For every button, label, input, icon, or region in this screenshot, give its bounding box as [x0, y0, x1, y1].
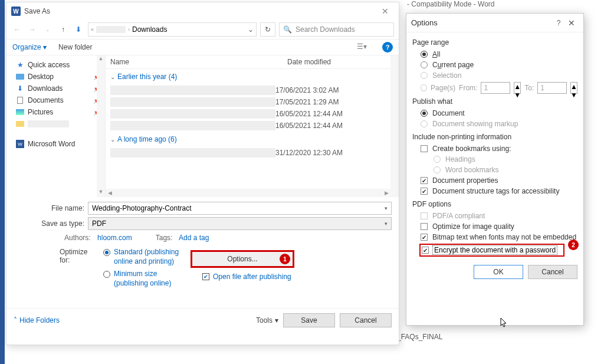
options-title: Options	[411, 18, 553, 27]
optimize-standard[interactable]: Standard (publishing online and printing…	[103, 248, 191, 266]
ok-button[interactable]: OK	[474, 265, 523, 279]
tags-value[interactable]: Add a tag	[179, 234, 209, 242]
file-row[interactable]: 31/12/2020 12:30 AM	[106, 147, 399, 159]
radio-icon	[434, 156, 441, 163]
chevron-down-icon[interactable]: ⌄	[42, 24, 54, 35]
radio-current-page[interactable]: Current page	[412, 60, 577, 70]
pictures-icon	[16, 108, 24, 116]
col-modified[interactable]: Date modified	[287, 58, 331, 66]
help-icon[interactable]: ?	[553, 19, 564, 27]
from-input: 1	[481, 82, 510, 94]
filename-input[interactable]: Wedding-Photography-Contract▾	[88, 202, 392, 215]
checkbox-icon	[421, 145, 428, 152]
navigation-pane: ★ Quick access Desktop📌 Downloads📌 Docum…	[6, 55, 106, 197]
organize-menu[interactable]: Organize ▾	[12, 43, 47, 51]
nav-pictures[interactable]: Pictures📌	[8, 106, 104, 118]
address-dropdown-icon[interactable]: ⌄	[248, 25, 254, 34]
save-button[interactable]: Save	[283, 313, 335, 327]
to-label: To:	[524, 84, 534, 92]
address-bar[interactable]: « › Downloads ⌄	[88, 22, 257, 37]
back-icon[interactable]: ←	[11, 24, 23, 35]
callout-2: 2	[568, 240, 579, 250]
view-mode-icon[interactable]: ☰▾	[356, 42, 370, 53]
nav-quick-access[interactable]: ★ Quick access	[8, 59, 104, 71]
radio-icon	[421, 84, 427, 91]
radio-headings: Headings	[412, 154, 577, 165]
file-row[interactable]: 17/05/2021 1:29 AM	[106, 96, 399, 108]
authors-label: Authors:	[64, 234, 91, 242]
radio-wordbm: Word bookmarks	[412, 165, 577, 175]
authors-value[interactable]: hloom.com	[97, 234, 132, 242]
radio-pages-label: Page(s)	[431, 84, 455, 92]
cancel-button[interactable]: Cancel	[340, 313, 392, 327]
close-icon[interactable]: ✕	[376, 5, 394, 17]
nav-scrollbar[interactable]: ▲▼	[97, 55, 105, 197]
checkbox-icon: ✔	[421, 234, 428, 241]
filename-label: File name:	[14, 204, 84, 212]
saveastype-input[interactable]: PDF▾	[88, 217, 392, 230]
to-input: 1	[537, 82, 567, 94]
dialog-title: Save As	[24, 7, 376, 15]
download-arrow-icon: ⬇	[73, 24, 84, 35]
from-spinner: ▲▼	[514, 82, 521, 94]
close-icon[interactable]: ✕	[564, 18, 579, 28]
breadcrumb-folder[interactable]: Downloads	[132, 25, 167, 34]
saveastype-label: Save as type:	[14, 219, 84, 228]
cursor-icon	[500, 317, 508, 328]
check-pdfa: PDF/A compliant	[412, 211, 577, 221]
chevron-up-icon: ˄	[14, 316, 17, 324]
cancel-button[interactable]: Cancel	[528, 265, 577, 279]
check-structtags[interactable]: ✔ Document structure tags for accessibil…	[412, 186, 577, 196]
group-longtime[interactable]: A long time ago (6)	[106, 132, 399, 147]
chevron-right-icon: ›	[128, 27, 130, 32]
hide-folders-button[interactable]: ˄ Hide Folders	[14, 316, 60, 324]
radio-all[interactable]: All	[412, 49, 577, 60]
check-bookmarks[interactable]: Create bookmarks using:	[412, 143, 577, 154]
h-scrollbar[interactable]: ◀▶	[106, 189, 390, 197]
check-imgq[interactable]: Optimize for image quality	[412, 221, 577, 232]
radio-selection: Selection	[412, 70, 577, 81]
check-bitmap[interactable]: ✔ Bitmap text when fonts may not be embe…	[412, 232, 577, 242]
radio-document[interactable]: Document	[412, 108, 577, 119]
nav-desktop[interactable]: Desktop📌	[8, 71, 104, 83]
from-label: From:	[459, 84, 477, 92]
radio-icon	[103, 249, 110, 256]
section-publish-what: Publish what	[412, 97, 577, 106]
refresh-icon[interactable]: ↻	[260, 22, 275, 37]
v-scrollbar[interactable]	[390, 55, 399, 197]
blurred-path	[96, 26, 126, 33]
search-input[interactable]: 🔍 Search Downloads	[279, 22, 394, 37]
check-encrypt[interactable]: ✔ Encrypt the document with a password 2	[419, 244, 564, 257]
check-docprops[interactable]: ✔ Document properties	[412, 175, 577, 186]
to-spinner: ▲▼	[570, 82, 577, 94]
nav-blurred[interactable]	[8, 118, 104, 130]
nav-downloads[interactable]: Downloads📌	[8, 83, 104, 94]
nav-word[interactable]: W Microsoft Word	[8, 138, 104, 150]
checkbox-icon: ✔	[202, 273, 209, 280]
open-after-publish-checkbox[interactable]: ✔ Open file after publishing	[191, 273, 294, 281]
radio-icon	[421, 120, 428, 127]
tags-label: Tags:	[156, 234, 173, 242]
radio-icon	[421, 110, 428, 117]
radio-icon	[421, 72, 428, 79]
optimize-minimum[interactable]: Minimum size (publishing online)	[103, 270, 191, 288]
new-folder-button[interactable]: New folder	[58, 43, 92, 51]
checkbox-icon: ✔	[421, 177, 428, 184]
radio-icon	[103, 271, 110, 278]
callout-1: 1	[280, 254, 290, 264]
word-titlebar: - Compatibility Mode - Word	[407, 0, 495, 8]
options-button[interactable]: Options... 1	[191, 250, 294, 268]
help-icon[interactable]: ?	[382, 42, 393, 53]
tools-menu[interactable]: Tools ▾	[256, 316, 278, 324]
col-name[interactable]: Name	[110, 58, 287, 66]
checkbox-icon	[421, 223, 428, 230]
group-earlier[interactable]: Earlier this year (4)	[106, 69, 399, 84]
file-row[interactable]: 17/06/2021 3:02 AM	[106, 84, 399, 96]
file-row[interactable]: 16/05/2021 12:44 AM	[106, 108, 399, 120]
nav-documents[interactable]: Documents📌	[8, 94, 104, 106]
search-placeholder: Search Downloads	[296, 25, 355, 34]
file-row[interactable]: 16/05/2021 12:44 AM	[106, 120, 399, 132]
star-icon: ★	[16, 61, 24, 69]
up-icon[interactable]: ↑	[57, 24, 69, 35]
forward-icon[interactable]: →	[27, 24, 38, 35]
